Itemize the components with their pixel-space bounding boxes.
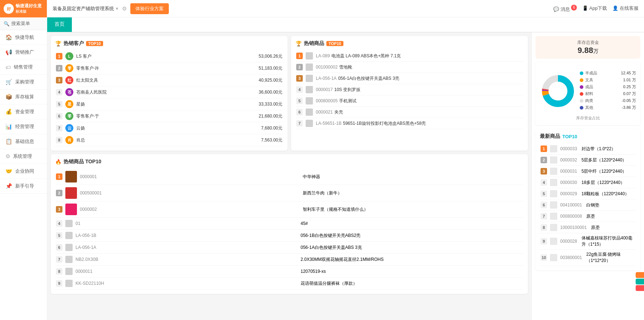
legend-value: 1.01 万 bbox=[623, 77, 636, 83]
rank-name: 云扬 bbox=[76, 125, 258, 131]
purchase-icon: 🛒 bbox=[5, 79, 12, 85]
inventory-total-label: 库存总资金 bbox=[541, 40, 635, 46]
prod-code: 000500001 bbox=[80, 190, 300, 196]
prod-thumb-placeholder bbox=[306, 52, 313, 60]
rank-name: 0000021夹壳 bbox=[316, 109, 523, 115]
rank-number: 1 bbox=[56, 53, 62, 60]
rank-number: 3 bbox=[541, 168, 547, 175]
new-prod-thumb bbox=[550, 201, 557, 209]
sidebar-item-cooperation[interactable]: 🤝 企业协同 bbox=[0, 164, 47, 179]
rank-avatar: 苍 bbox=[65, 88, 73, 96]
new-prod-name: 白钢垫 bbox=[586, 202, 599, 208]
rank-number: 8 bbox=[56, 137, 62, 143]
hot-product-label: 热销商品 bbox=[304, 40, 324, 47]
rank-number: 2 bbox=[541, 157, 547, 163]
settings-icon[interactable]: ⚙ bbox=[122, 5, 127, 12]
search-menu[interactable]: 🔍 搜索菜单 bbox=[0, 17, 47, 30]
prod-name: 056-1B白色按键开关壳ABS2壳 bbox=[301, 233, 523, 239]
nav-tabs: 首页 bbox=[47, 17, 644, 32]
legend-name: 材料 bbox=[585, 91, 623, 97]
list-item: 2 000500001 新西兰牛肉（新牛） bbox=[55, 185, 523, 201]
sidebar-label-purchase: 采购管理 bbox=[15, 79, 34, 85]
sidebar-item-system[interactable]: ⚙ 系统管理 bbox=[0, 149, 47, 164]
rank-number: 6 bbox=[56, 244, 62, 251]
rank-name: 零售客户·于 bbox=[76, 113, 256, 119]
cs-hotline-btn[interactable]: 客服热线 bbox=[636, 272, 644, 278]
rank-number: 6 bbox=[541, 202, 547, 208]
tab-home[interactable]: 首页 bbox=[47, 17, 72, 32]
new-prod-code: 0000029 bbox=[560, 191, 577, 196]
operations-icon: 📊 bbox=[5, 123, 12, 130]
legend-name: 成品 bbox=[585, 84, 623, 90]
new-prod-code: 0000033 bbox=[560, 146, 577, 151]
new-prod-code: 000800008 bbox=[560, 214, 582, 219]
legend-name: 文具 bbox=[585, 77, 623, 83]
message-badge: 6 bbox=[571, 5, 577, 11]
rank-number: 3 bbox=[56, 77, 62, 83]
sidebar-item-guide[interactable]: 📌 新手引导 bbox=[0, 179, 47, 194]
sidebar-logo: 好 畅捷通好生意 标准版 bbox=[0, 0, 47, 17]
rank-name: 肖总 bbox=[76, 137, 258, 143]
prod-thumb-placeholder bbox=[306, 120, 313, 127]
rank-value: 7,563.00元 bbox=[261, 137, 282, 143]
rank-number: 1 bbox=[56, 173, 62, 180]
sidebar-item-finance[interactable]: 💰 资金管理 bbox=[0, 104, 47, 119]
rank-item: 3 LA-056-1A056-1A白色按键开关盖ABS 3壳 bbox=[295, 73, 523, 84]
sidebar-item-sales[interactable]: 🏷 销售管理 bbox=[0, 60, 47, 75]
basic-info-icon: 📋 bbox=[5, 138, 12, 145]
guide-icon: 📌 bbox=[5, 183, 12, 189]
rank-name: 000001710S 变刹罗扳 bbox=[316, 87, 523, 93]
rank-number: 8 bbox=[541, 224, 547, 231]
dropdown-icon[interactable]: ▾ bbox=[116, 6, 118, 11]
list-item: 5 0000029 18颗粒板（1220*2440） bbox=[540, 188, 636, 200]
legend-item: 其他 -3.86 万 bbox=[580, 105, 636, 110]
sidebar-item-quick-nav[interactable]: 🏠 快捷导航 bbox=[0, 30, 47, 45]
prod-code: LA-056-1B bbox=[76, 233, 298, 238]
sidebar-item-basic-info[interactable]: 📋 基础信息 bbox=[0, 134, 47, 149]
prod-name: 45# bbox=[301, 221, 523, 226]
list-item: 4 01 45# bbox=[55, 218, 523, 230]
sidebar-item-marketing[interactable]: 📢 营销推广 bbox=[0, 45, 47, 60]
legend-value: -3.86 万 bbox=[622, 105, 636, 110]
sidebar-item-inventory[interactable]: 📦 库存核算 bbox=[0, 90, 47, 104]
app-download[interactable]: 📱 App下载 bbox=[582, 5, 607, 12]
list-item: 1 0000033 封边带（1.0*22） bbox=[540, 143, 636, 155]
rank-avatar: 肖 bbox=[65, 136, 73, 144]
cs-community-btn[interactable]: 服务社区 bbox=[636, 279, 644, 284]
system-title-area: 装备及固定资产辅助管理系统 ▾ bbox=[53, 5, 118, 12]
search-icon: 🔍 bbox=[4, 21, 9, 26]
rank-number: 7 bbox=[296, 120, 303, 127]
cs-direct-btn[interactable]: 直播 bbox=[636, 285, 644, 291]
legend-dot bbox=[580, 71, 583, 75]
legend-item: 半成品 12.45 万 bbox=[580, 70, 636, 76]
prod-thumb bbox=[65, 280, 73, 287]
rank-avatar: 云 bbox=[65, 124, 73, 132]
new-prod-thumb bbox=[550, 224, 557, 231]
legend-name: 其他 bbox=[585, 105, 622, 110]
message-area[interactable]: 💬 消息 6 bbox=[553, 5, 577, 13]
prod-thumb bbox=[65, 244, 73, 251]
sidebar-label-finance: 资金管理 bbox=[15, 108, 34, 115]
sidebar-label-guide: 新手引导 bbox=[15, 183, 34, 189]
new-prod-code: 0000030 bbox=[560, 180, 577, 185]
newest-products-list: 1 0000033 封边带（1.0*22） 2 0000032 5层多层（122… bbox=[540, 143, 636, 266]
content: 🏆 热销客户 TOP10 1 L LS 客户 53,006.26元 2 零 零售… bbox=[47, 32, 644, 320]
new-prod-thumb bbox=[550, 168, 557, 175]
rank-name: 001000002雪地靴 bbox=[316, 64, 523, 70]
prod-thumb-placeholder bbox=[306, 86, 313, 93]
trial-button[interactable]: 体验行业方案 bbox=[130, 3, 169, 14]
prod-thumb-placeholder bbox=[306, 75, 313, 82]
rank-number: 6 bbox=[296, 109, 303, 115]
new-prod-name: 原垄 bbox=[586, 213, 595, 220]
hot-fire-icon: 🔥 bbox=[55, 159, 61, 165]
sidebar-label-system: 系统管理 bbox=[13, 153, 32, 160]
sidebar-item-operations[interactable]: 📊 经营管理 bbox=[0, 119, 47, 134]
prod-thumb bbox=[65, 268, 73, 275]
list-item: 7 NB2.0X30B 2.0X30MM双摇花轴摇花直径2.1MM/ROHS bbox=[55, 254, 523, 266]
sidebar-item-purchase[interactable]: 🛒 采购管理 bbox=[0, 75, 47, 90]
svg-point-5 bbox=[549, 82, 567, 100]
customer-ranking-label: 热销客户 bbox=[64, 40, 84, 47]
online-service[interactable]: 👤 在线客服 bbox=[612, 5, 639, 12]
prod-name: 2.0X30MM双摇花轴摇花直径2.1MM/ROHS bbox=[301, 257, 523, 263]
prod-thumb-placeholder bbox=[306, 97, 313, 104]
